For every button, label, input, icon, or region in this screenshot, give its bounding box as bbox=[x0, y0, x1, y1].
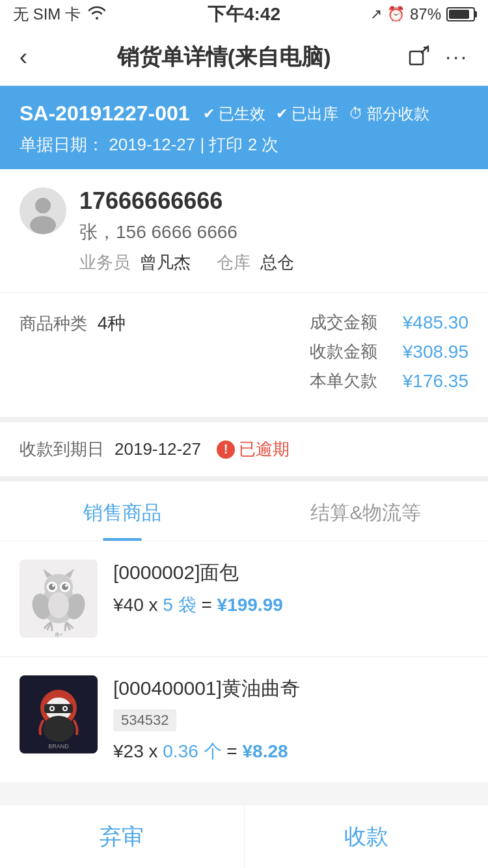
tab-settlement[interactable]: 结算&物流等 bbox=[244, 481, 488, 541]
svg-point-27 bbox=[64, 707, 66, 710]
product-2-info: [000400001]黄油曲奇 534532 ¥23 x 0.36 个 = ¥8… bbox=[113, 675, 468, 764]
type-value: 4种 bbox=[98, 313, 126, 333]
amount-label: 成交金额 bbox=[310, 311, 377, 334]
customer-id: 17666666666 bbox=[79, 187, 468, 215]
product-1-info: [0000002]面包 ¥40 x 5 袋 = ¥199.99 bbox=[113, 560, 468, 617]
product-2-sku: 534532 bbox=[113, 709, 176, 731]
date-label: 单据日期： bbox=[20, 135, 104, 154]
due-date-value: 2019-12-27 bbox=[115, 439, 201, 459]
badge-partial: ⏱ 部分收款 bbox=[349, 103, 429, 124]
nav-bar: ‹ 销货单详情(来自电脑) ··· bbox=[0, 29, 488, 86]
status-right: ↗ ⏰ 87% bbox=[370, 5, 475, 23]
alarm-icon: ⏰ bbox=[387, 6, 405, 23]
clock-icon: ⏱ bbox=[349, 105, 363, 122]
nav-actions: ··· bbox=[407, 42, 468, 72]
amount-value: ¥485.30 bbox=[390, 312, 468, 333]
collect-label: 收款 bbox=[344, 822, 388, 852]
svg-rect-23 bbox=[44, 704, 73, 713]
status-badges: ✔ ✔ 已生效 已生效 ✔ 已出库 ⏱ 部分收款 bbox=[203, 103, 429, 124]
received-label: 收款金额 bbox=[310, 340, 377, 363]
due-label: 收款到期日 bbox=[20, 438, 104, 461]
amount-row: 成交金额 ¥485.30 bbox=[310, 311, 468, 334]
svg-point-14 bbox=[65, 584, 68, 587]
received-row: 收款金额 ¥308.95 bbox=[310, 340, 468, 363]
svg-point-18 bbox=[48, 592, 69, 618]
check-icon-2: ✔ bbox=[276, 105, 288, 122]
tab-settlement-label: 结算&物流等 bbox=[310, 502, 421, 523]
export-button[interactable] bbox=[407, 42, 432, 72]
wifi-icon bbox=[87, 5, 107, 23]
owed-label: 本单欠款 bbox=[310, 370, 377, 392]
received-value: ¥308.95 bbox=[390, 342, 468, 362]
date-value: 2019-12-27 bbox=[109, 135, 195, 154]
more-button[interactable]: ··· bbox=[445, 45, 468, 69]
customer-contact: 张，156 6666 6666 bbox=[79, 220, 468, 245]
svg-point-12 bbox=[62, 584, 68, 590]
check-icon-1: ✔ bbox=[203, 105, 215, 122]
order-header-banner: SA-20191227-001 ✔ ✔ 已生效 已生效 ✔ 已出库 ⏱ 部分收款… bbox=[0, 86, 488, 169]
product-1-multiply: x bbox=[149, 595, 163, 615]
reject-button[interactable]: 弃审 bbox=[0, 805, 245, 868]
customer-info: 17666666666 张，156 6666 6666 业务员 曾凡杰 仓库 总… bbox=[79, 187, 468, 274]
svg-point-3 bbox=[30, 216, 56, 234]
warehouse-label: 仓库 bbox=[217, 252, 251, 272]
salesperson-label: 业务员 bbox=[79, 252, 130, 272]
location-icon: ↗ bbox=[370, 6, 382, 23]
product-2-image: BRAND bbox=[20, 675, 98, 753]
banner-date-info: 单据日期： 2019-12-27 | 打印 2 次 bbox=[20, 133, 468, 156]
print-suffix: 次 bbox=[262, 135, 278, 154]
product-1-image: 兽+ bbox=[20, 560, 98, 638]
print-count: 2 bbox=[248, 135, 257, 154]
print-separator: | 打印 bbox=[200, 135, 247, 154]
order-id: SA-20191227-001 bbox=[20, 102, 190, 126]
product-1-unit: 袋 bbox=[178, 595, 197, 615]
battery-percent: 87% bbox=[410, 5, 441, 23]
collect-button[interactable]: 收款 bbox=[245, 805, 489, 868]
bottom-bar: 弃审 收款 bbox=[0, 804, 488, 868]
badge-effective: ✔ ✔ 已生效 已生效 bbox=[203, 103, 265, 124]
status-left: 无 SIM 卡 bbox=[13, 4, 107, 25]
product-2-base-price: ¥23 bbox=[113, 741, 144, 761]
svg-text:兽+: 兽+ bbox=[55, 632, 63, 638]
product-item: BRAND [000400001]黄油曲奇 534532 ¥23 x 0.36 … bbox=[0, 657, 488, 782]
product-2-price: ¥23 x 0.36 个 = ¥8.28 bbox=[113, 739, 468, 764]
customer-meta: 业务员 曾凡杰 仓库 总仓 bbox=[79, 251, 468, 274]
warehouse-value: 总仓 bbox=[260, 252, 294, 272]
customer-section: 17666666666 张，156 6666 6666 业务员 曾凡杰 仓库 总… bbox=[0, 169, 488, 293]
carrier-text: 无 SIM 卡 bbox=[13, 4, 81, 25]
reject-label: 弃审 bbox=[100, 822, 144, 852]
product-2-total: ¥8.28 bbox=[242, 741, 288, 761]
badge-shipped: ✔ 已出库 bbox=[276, 103, 338, 124]
tab-products-label: 销售商品 bbox=[83, 502, 161, 523]
svg-rect-0 bbox=[410, 51, 423, 64]
product-2-unit: 个 bbox=[204, 741, 222, 761]
svg-point-13 bbox=[52, 584, 55, 587]
tab-products[interactable]: 销售商品 bbox=[0, 481, 244, 541]
warehouse-item: 仓库 总仓 bbox=[217, 251, 294, 274]
overdue-badge: ! 已逾期 bbox=[217, 438, 290, 461]
summary-section: 商品种类 4种 成交金额 ¥485.30 收款金额 ¥308.95 本单欠款 ¥… bbox=[0, 293, 488, 422]
svg-point-11 bbox=[49, 584, 55, 590]
product-item: 兽+ [0000002]面包 ¥40 x 5 袋 = ¥199.99 bbox=[0, 541, 488, 656]
product-1-total: ¥199.99 bbox=[217, 595, 283, 615]
page-title: 销货单详情(来自电脑) bbox=[40, 42, 407, 72]
status-bar: 无 SIM 卡 下午4:42 ↗ ⏰ 87% bbox=[0, 0, 488, 29]
product-1-base-price: ¥40 bbox=[113, 595, 144, 615]
status-time: 下午4:42 bbox=[208, 2, 280, 27]
tabs-section: 销售商品 结算&物流等 bbox=[0, 481, 488, 541]
back-button[interactable]: ‹ bbox=[20, 44, 27, 71]
product-1-qty: 5 bbox=[163, 595, 173, 615]
svg-text:BRAND: BRAND bbox=[48, 743, 69, 750]
overdue-icon: ! bbox=[217, 441, 235, 459]
svg-point-2 bbox=[35, 198, 51, 213]
summary-left: 商品种类 4种 bbox=[20, 311, 310, 336]
avatar bbox=[20, 187, 66, 234]
product-2-name: [000400001]黄油曲奇 bbox=[113, 675, 468, 702]
due-date-section: 收款到期日 2019-12-27 ! 已逾期 bbox=[0, 422, 488, 481]
type-label: 商品种类 bbox=[20, 314, 87, 333]
overdue-text: 已逾期 bbox=[239, 438, 290, 461]
banner-top: SA-20191227-001 ✔ ✔ 已生效 已生效 ✔ 已出库 ⏱ 部分收款 bbox=[20, 102, 468, 126]
summary-right: 成交金额 ¥485.30 收款金额 ¥308.95 本单欠款 ¥176.35 bbox=[310, 311, 468, 399]
owed-value: ¥176.35 bbox=[390, 371, 468, 392]
owed-row: 本单欠款 ¥176.35 bbox=[310, 370, 468, 392]
